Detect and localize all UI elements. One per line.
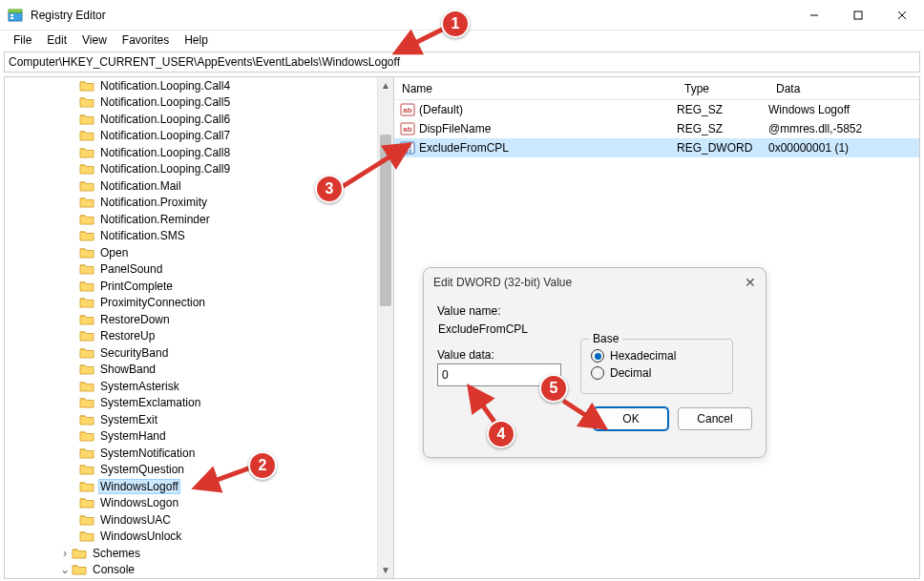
tree-item-notification-looping-call5[interactable]: Notification.Looping.Call5 <box>5 94 393 112</box>
tree-item-open[interactable]: Open <box>5 244 393 261</box>
menu-help[interactable]: Help <box>177 31 216 49</box>
value-name: DispFileName <box>419 122 491 135</box>
address-path: Computer\HKEY_CURRENT_USER\AppEvents\Eve… <box>9 55 400 69</box>
list-row-excludefromcpl[interactable]: 011110ExcludeFromCPLREG_DWORD0x00000001 … <box>394 138 919 157</box>
folder-icon <box>79 396 94 409</box>
folder-icon <box>79 213 94 226</box>
tree-item-label: Notification.Mail <box>98 179 183 193</box>
tree-item-label: Notification.Looping.Call4 <box>98 79 232 93</box>
tree-item-label: WindowsLogoff <box>98 479 180 494</box>
tree-item-systemexit[interactable]: SystemExit <box>5 411 393 428</box>
folder-icon <box>79 513 94 527</box>
tree-item-label: RestoreDown <box>98 313 172 326</box>
tree-item-console[interactable]: ⌄Console <box>5 562 393 579</box>
tree-item-securityband[interactable]: SecurityBand <box>5 344 393 362</box>
tree-item-systemhand[interactable]: SystemHand <box>5 428 393 446</box>
menu-view[interactable]: View <box>74 31 115 49</box>
folder-icon <box>79 196 94 209</box>
tree-scrollbar[interactable]: ▲ ▼ <box>377 77 393 578</box>
tree-item-systemexclamation[interactable]: SystemExclamation <box>5 395 393 412</box>
tree-item-proximityconnection[interactable]: ProximityConnection <box>5 295 393 312</box>
tree-item-systemquestion[interactable]: SystemQuestion <box>5 462 393 479</box>
tree-item-windowsuac[interactable]: WindowsUAC <box>5 511 393 529</box>
tree-item-label: SystemQuestion <box>98 463 186 476</box>
chevron-down-icon[interactable]: ⌄ <box>60 563 70 576</box>
tree-item-label: PrintComplete <box>98 280 175 293</box>
tree-item-panelsound[interactable]: PanelSound <box>5 261 393 279</box>
value-data: 0x00000001 (1) <box>768 141 919 155</box>
minimize-button[interactable] <box>792 0 836 31</box>
folder-icon <box>79 380 94 393</box>
list-row-default[interactable]: ab(Default)REG_SZWindows Logoff <box>394 100 919 119</box>
col-type[interactable]: Type <box>677 78 768 99</box>
value-data: @mmres.dll,-5852 <box>768 122 919 135</box>
folder-icon <box>79 446 94 460</box>
svg-rect-1 <box>9 10 22 12</box>
maximize-button[interactable] <box>836 0 880 31</box>
base-legend: Base <box>589 332 622 345</box>
tree-item-restoredown[interactable]: RestoreDown <box>5 311 393 328</box>
col-data[interactable]: Data <box>768 78 919 99</box>
folder-icon <box>79 246 94 259</box>
scroll-down-icon[interactable]: ▼ <box>378 562 393 578</box>
folder-icon <box>79 363 94 376</box>
value-icon: 011110 <box>400 140 415 156</box>
radio-decimal[interactable]: Decimal <box>591 366 723 380</box>
svg-rect-3 <box>10 17 13 19</box>
tree-item-label: Notification.Looping.Call7 <box>98 129 232 142</box>
value-data-label: Value data: <box>437 348 561 362</box>
tree-item-windowslogoff[interactable]: WindowsLogoff <box>5 478 393 495</box>
tree-item-label: Console <box>91 563 136 576</box>
tree-item-label: WindowsUAC <box>98 513 173 527</box>
folder-icon <box>79 480 94 493</box>
tree-item-showband[interactable]: ShowBand <box>5 362 393 379</box>
tree-item-notification-reminder[interactable]: Notification.Reminder <box>5 211 393 228</box>
menu-favorites[interactable]: Favorites <box>115 31 177 49</box>
tree-item-systemnotification[interactable]: SystemNotification <box>5 445 393 462</box>
dialog-title-bar[interactable]: Edit DWORD (32-bit) Value ✕ <box>424 268 766 297</box>
tree-item-printcomplete[interactable]: PrintComplete <box>5 278 393 295</box>
value-data: Windows Logoff <box>768 103 919 116</box>
tree-item-label: SystemExit <box>98 413 159 426</box>
cancel-button[interactable]: Cancel <box>678 407 752 430</box>
tree-item-label: Notification.Reminder <box>98 213 212 226</box>
col-name[interactable]: Name <box>394 78 677 99</box>
close-button[interactable] <box>880 0 924 31</box>
annotation-1: 1 <box>441 10 470 38</box>
list-row-dispfilename[interactable]: abDispFileNameREG_SZ@mmres.dll,-5852 <box>394 119 919 138</box>
dialog-close-button[interactable]: ✕ <box>745 275 756 290</box>
tree-item-notification-looping-call8[interactable]: Notification.Looping.Call8 <box>5 144 393 161</box>
tree-item-notification-looping-call6[interactable]: Notification.Looping.Call6 <box>5 111 393 128</box>
tree-item-notification-looping-call4[interactable]: Notification.Looping.Call4 <box>5 77 393 94</box>
folder-icon <box>72 563 87 576</box>
tree-item-notification-sms[interactable]: Notification.SMS <box>5 228 393 245</box>
tree-item-systemasterisk[interactable]: SystemAsterisk <box>5 378 393 395</box>
chevron-right-icon[interactable]: › <box>60 547 70 560</box>
menu-file[interactable]: File <box>6 31 39 49</box>
tree-item-schemes[interactable]: ›Schemes <box>5 545 393 562</box>
svg-text:ab: ab <box>403 125 411 134</box>
ok-button[interactable]: OK <box>594 407 668 430</box>
tree-item-restoreup[interactable]: RestoreUp <box>5 328 393 345</box>
list-header[interactable]: Name Type Data <box>394 77 919 100</box>
tree-item-label: Notification.Looping.Call9 <box>98 162 232 176</box>
tree-item-label: Notification.Proximity <box>98 196 209 209</box>
tree-item-label: ProximityConnection <box>98 296 207 309</box>
annotation-4: 4 <box>487 420 515 448</box>
radio-hexadecimal[interactable]: Hexadecimal <box>591 349 723 363</box>
scroll-up-icon[interactable]: ▲ <box>378 77 393 93</box>
folder-icon <box>79 313 94 326</box>
tree-item-windowsunlock[interactable]: WindowsUnlock <box>5 529 393 546</box>
address-bar[interactable]: Computer\HKEY_CURRENT_USER\AppEvents\Eve… <box>4 52 920 73</box>
value-name: ExcludeFromCPL <box>419 141 509 155</box>
radio-icon <box>591 366 604 380</box>
menu-edit[interactable]: Edit <box>39 31 74 49</box>
tree-item-notification-looping-call7[interactable]: Notification.Looping.Call7 <box>5 128 393 145</box>
scroll-thumb[interactable] <box>380 135 391 306</box>
tree-item-label: RestoreUp <box>98 329 157 342</box>
folder-icon <box>79 296 94 309</box>
folder-icon <box>79 496 94 509</box>
folder-icon <box>79 429 94 443</box>
tree-item-windowslogon[interactable]: WindowsLogon <box>5 495 393 512</box>
folder-icon <box>79 463 94 476</box>
